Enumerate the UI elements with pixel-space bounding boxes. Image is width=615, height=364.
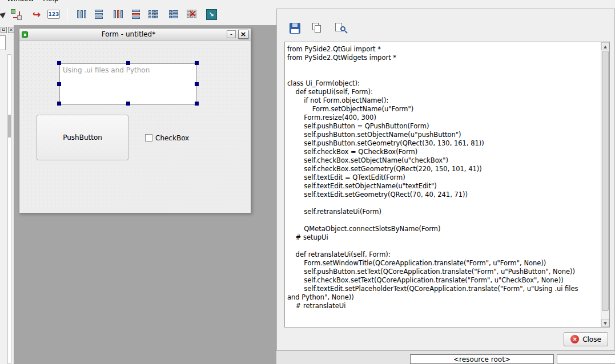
selection-handle-top-center[interactable] [126,61,130,65]
close-button-label: Close [582,335,601,343]
form-window-titlebar[interactable]: Form - untitled* - × [19,29,251,41]
toolbar-separator [67,9,68,21]
scroll-up-icon[interactable]: ▲ [601,42,609,50]
close-circle-icon: × [570,335,579,343]
selection-handle-mid-left[interactable] [57,82,61,86]
cursor-icon [0,10,7,18]
code-view[interactable]: from PySide2.QtGui import * from PySide2… [284,42,610,327]
resource-browser-partial: <resource root> [276,351,615,364]
layout-form-icon[interactable] [166,6,182,22]
selection-handle-mid-right[interactable] [195,82,199,86]
form-window-title: Form - untitled* [30,30,227,38]
left-dock-edge: × [0,25,14,364]
adjust-size-arrow-icon: ↘ [206,9,217,20]
copy-button[interactable] [310,21,325,35]
vertical-scrollbar[interactable]: ▲ ▼ [601,42,609,327]
qt-designer-screen: Window Help ↪ 123 × ↘ × [0,0,615,364]
resource-root-label: <resource root> [453,355,511,363]
edit-signals-slots-icon[interactable] [8,6,24,22]
menu-window[interactable]: Window [7,0,34,3]
adjust-size-icon[interactable]: ↘ [203,6,219,22]
dock-close-button[interactable]: × [8,27,14,33]
checkbox-widget[interactable]: CheckBox [145,126,203,149]
code-text: from PySide2.QtGui import * from PySide2… [285,42,609,313]
break-layout-icon[interactable]: × [184,6,200,22]
form-window-icon [22,31,28,38]
layout-horizontal-splitter-icon[interactable] [110,6,126,22]
selection-handle-bottom-left[interactable] [57,102,61,106]
vlayout-icon [95,10,103,19]
code-preview-dialog: from PySide2.QtGui import * from PySide2… [276,9,615,351]
resource-panel-edge [557,354,615,364]
vsplitter-icon [132,10,140,19]
form-canvas[interactable]: Using .ui files and Python PushButton Ch… [19,41,251,213]
buddy-arrow-icon: ↪ [33,10,41,19]
menubar: Window Help [0,0,615,4]
save-button[interactable] [287,21,302,35]
layout-horizontally-icon[interactable] [74,6,90,22]
selection-handle-bottom-center[interactable] [126,102,130,106]
grid-layout-icon [148,10,158,18]
menu-help[interactable]: Help [43,0,58,3]
layout-grid-icon[interactable] [145,6,161,22]
checkbox-label: CheckBox [155,134,189,142]
edit-tab-order-icon[interactable]: 123 [46,6,62,22]
form-layout-icon [169,10,178,18]
code-dialog-toolbar [287,21,348,35]
dock-scrollbar[interactable] [7,54,11,364]
selection-handle-top-right[interactable] [195,61,199,65]
dock-float-button[interactable] [1,27,7,33]
edit-buddies-icon[interactable]: ↪ [29,6,45,22]
hsplitter-icon [114,10,123,18]
dialog-close-button[interactable]: × Close [564,332,608,346]
layout-vertical-splitter-icon[interactable] [128,6,144,22]
window-close-button[interactable]: × [238,30,248,39]
selection-handle-top-left[interactable] [57,61,61,65]
float-icon [2,29,5,31]
form-editor-window: Form - untitled* - × Using .ui files and… [19,28,251,213]
dock-titlebar-buttons: × [1,27,14,33]
minimize-button[interactable]: - [227,30,236,38]
copy-icon [312,23,323,33]
pushbutton-widget[interactable]: PushButton [37,115,128,160]
signal-slot-icon [11,9,22,20]
resource-root-item[interactable]: <resource root> [410,354,554,364]
checkbox-indicator[interactable] [145,134,152,141]
selection-handle-bottom-right[interactable] [195,102,199,106]
textedit-widget[interactable]: Using .ui files and Python [59,63,197,105]
dock-filter-input[interactable] [0,35,6,50]
save-icon [290,23,300,34]
scrollbar-thumb[interactable] [602,51,609,311]
textedit-placeholder: Using .ui files and Python [63,66,150,74]
dock-scrollbar-thumb[interactable] [8,115,11,137]
find-icon [335,22,346,34]
tab-order-icon: 123 [47,10,60,19]
hlayout-icon [77,10,86,18]
find-button[interactable] [333,21,348,35]
layout-vertically-icon[interactable] [91,6,107,22]
break-grid-icon: × [187,10,198,19]
scroll-down-icon[interactable]: ▼ [601,319,609,327]
